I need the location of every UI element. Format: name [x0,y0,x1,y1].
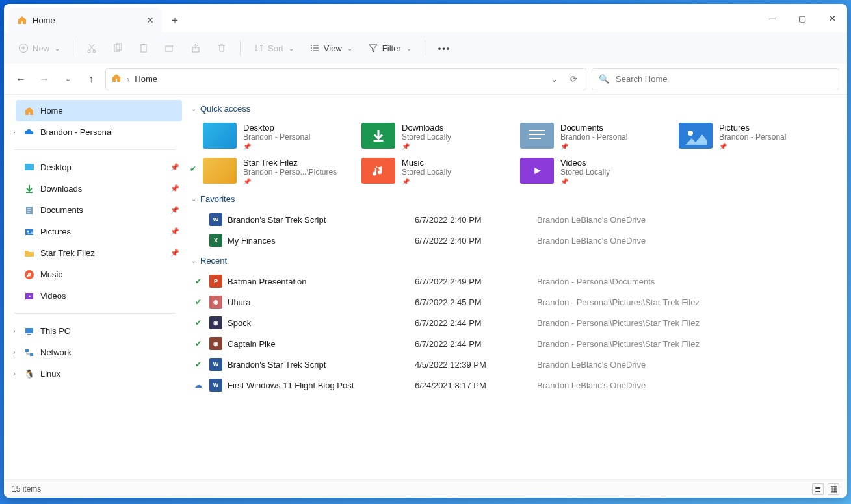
quick-access-item[interactable]: Downloads Stored Locally 📌 [359,120,515,153]
minimize-button[interactable]: ─ [757,4,787,32]
quick-access-item[interactable]: Desktop Brandon - Personal 📌 [200,120,356,153]
quick-access-item[interactable]: ✔ Star Trek Filez Brandon - Perso...\Pic… [200,155,356,188]
file-type-icon: ◉ [209,337,222,350]
quick-access-item[interactable]: Music Stored Locally 📌 [359,155,515,188]
refresh-button[interactable]: ⟳ [566,74,581,84]
rename-button[interactable] [158,39,181,57]
file-type-icon: X [209,234,222,247]
file-type-icon: ◉ [209,316,222,329]
expand-icon[interactable]: › [10,349,18,356]
pin-icon: 📌 [170,249,179,257]
search-box[interactable]: 🔍 [592,68,839,90]
file-date: 6/24/2021 8:17 PM [415,381,532,390]
file-row[interactable]: ✔ P Batman Presentation 6/7/2022 2:49 PM… [192,271,839,292]
forward-button[interactable]: → [35,70,53,88]
file-name: Uhura [228,297,410,307]
close-window-button[interactable]: ✕ [817,4,847,32]
history-dropdown-button[interactable]: ⌄ [547,74,561,84]
pictures-icon [23,226,35,238]
expand-icon[interactable]: › [10,370,18,377]
close-tab-icon[interactable]: ✕ [146,15,154,25]
quick-access-item[interactable]: Videos Stored Locally 📌 [517,155,674,188]
sidebar-item-home[interactable]: Home [16,100,182,121]
videos-icon [23,290,35,302]
cut-button[interactable] [80,39,103,57]
pin-icon: 📌 [402,143,451,150]
quick-access-item[interactable]: Pictures Brandon - Personal 📌 [676,120,832,153]
svg-rect-7 [166,46,172,51]
svg-rect-16 [27,334,31,335]
section-recent[interactable]: ⌄ Recent [189,252,839,270]
expand-icon[interactable]: › [10,129,18,136]
file-name: First Windows 11 Flight Blog Post [228,381,410,390]
breadcrumb-location[interactable]: Home [135,74,157,84]
file-date: 6/7/2022 2:44 PM [415,339,532,349]
section-favorites[interactable]: ⌄ Favorites [189,190,839,208]
file-row[interactable]: ✔ W Brandon's Star Trek Script 4/5/2022 … [192,354,839,375]
sidebar-item-documents[interactable]: Documents📌 [4,199,186,221]
section-quick-access[interactable]: ⌄ Quick access [189,100,839,118]
share-button[interactable] [184,39,207,57]
details-view-button[interactable]: ≣ [812,483,824,495]
delete-button[interactable] [210,39,233,57]
file-date: 6/7/2022 2:45 PM [415,297,532,307]
file-row[interactable]: ☁ W First Windows 11 Flight Blog Post 6/… [192,375,839,396]
sidebar-item-music[interactable]: Music [4,264,186,285]
sidebar-item-downloads[interactable]: Downloads📌 [4,178,186,199]
copy-button[interactable] [106,39,129,57]
sidebar-item-linux[interactable]: › 🐧 Linux [4,363,186,384]
new-tab-button[interactable]: ＋ [164,10,185,31]
qa-sub: Stored Locally [402,132,451,142]
back-button[interactable]: ← [12,70,30,88]
sidebar-item-videos[interactable]: Videos [4,285,186,307]
sidebar-item-personal[interactable]: › Brandon - Personal [4,121,186,143]
sidebar-item-desktop[interactable]: Desktop📌 [4,157,186,178]
breadcrumb[interactable]: › Home ⌄ ⟳ [105,68,586,90]
expand-icon[interactable]: › [10,327,18,334]
file-name: Captain Pike [228,339,410,349]
sidebar-item-startrek[interactable]: Star Trek Filez📌 [4,242,186,264]
thumbnails-view-button[interactable]: ▦ [828,483,839,495]
sync-cloud-icon: ☁ [192,381,204,390]
more-button[interactable]: ••• [432,40,458,57]
network-icon [23,347,35,359]
svg-rect-9 [25,164,34,170]
chevron-down-icon: ⌄ [55,45,60,52]
file-date: 4/5/2022 12:39 PM [415,360,532,370]
file-row[interactable]: W Brandon's Star Trek Script 6/7/2022 2:… [192,209,839,230]
up-button[interactable]: ↑ [82,70,100,88]
file-location: Brandon - Personal\Documents [537,277,655,286]
svg-point-19 [688,131,693,136]
sidebar-item-pictures[interactable]: Pictures📌 [4,221,186,242]
new-button[interactable]: New ⌄ [12,39,66,57]
file-row[interactable]: ✔ ◉ Spock 6/7/2022 2:44 PM Brandon - Per… [192,312,839,333]
pin-icon: 📌 [243,143,310,150]
music-icon [23,269,35,281]
filter-button[interactable]: Filter ⌄ [361,39,418,57]
pin-icon: 📌 [560,143,627,150]
file-row[interactable]: X My Finances 6/7/2022 2:40 PM Brandon L… [192,230,839,251]
quick-access-item[interactable]: Documents Brandon - Personal 📌 [517,120,674,153]
content-area: ⌄ Quick access Desktop Brandon - Persona… [186,95,847,479]
window-controls: ─ ▢ ✕ [757,4,847,32]
explorer-window: Home ✕ ＋ ─ ▢ ✕ New ⌄ Sort ⌄ Vie [4,4,847,498]
file-row[interactable]: ✔ ◉ Captain Pike 6/7/2022 2:44 PM Brando… [192,333,839,354]
file-location: Brandon - Personal\Pictures\Star Trek Fi… [537,297,700,307]
file-type-icon: W [209,358,222,371]
recent-locations-button[interactable]: ⌄ [59,70,77,88]
svg-rect-5 [141,44,146,52]
paste-button[interactable] [132,39,155,57]
search-input[interactable] [614,73,832,84]
search-icon: 🔍 [599,74,609,84]
qa-sub: Stored Locally [560,168,610,177]
sort-button[interactable]: Sort ⌄ [247,39,300,57]
toolbar: New ⌄ Sort ⌄ View ⌄ Filter ⌄ ••• [4,32,847,64]
tab-home[interactable]: Home ✕ [9,8,162,32]
sidebar-item-thispc[interactable]: › This PC [4,320,186,342]
file-row[interactable]: ✔ ◉ Uhura 6/7/2022 2:45 PM Brandon - Per… [192,292,839,312]
file-location: Brandon - Personal\Pictures\Star Trek Fi… [537,318,700,328]
maximize-button[interactable]: ▢ [787,4,817,32]
sidebar-item-network[interactable]: › Network [4,342,186,363]
sync-check-icon: ✔ [190,164,196,173]
view-button[interactable]: View ⌄ [303,39,359,57]
